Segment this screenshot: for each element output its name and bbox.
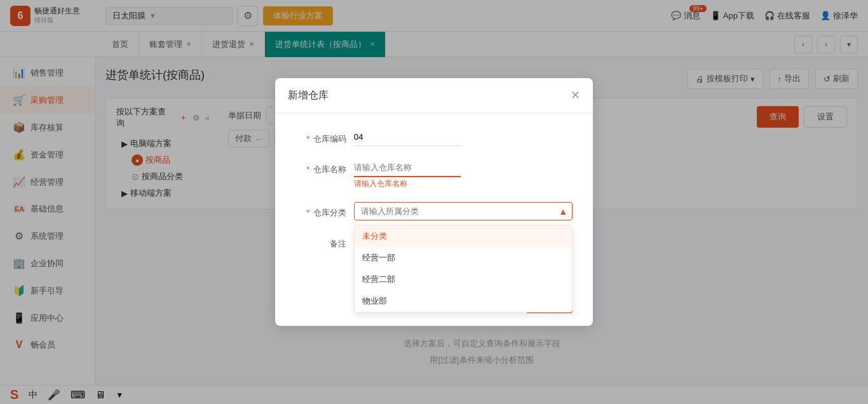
name-input-wrap: 请输入仓库名称	[354, 159, 573, 189]
dropdown-item-dept3[interactable]: 物业部	[355, 290, 572, 312]
modal-body: * 仓库编码 * 仓库名称 请输入仓库名称 * 仓库分类	[275, 113, 593, 284]
form-row-code: * 仓库编码	[295, 128, 573, 146]
required-star-classify: *	[306, 208, 309, 217]
code-label-text: 仓库编码	[313, 134, 346, 144]
classify-dropdown-list: 未分类 经营一部 经营二部 物业部	[354, 225, 573, 313]
required-star-name: *	[306, 165, 309, 174]
classify-label: * 仓库分类	[295, 202, 346, 219]
modal-title: 新增仓库	[288, 89, 329, 102]
dropdown-item-none[interactable]: 未分类	[355, 226, 572, 247]
modal-header: 新增仓库 ✕	[275, 78, 593, 113]
required-star-code: *	[306, 134, 309, 144]
name-label-text: 仓库名称	[313, 165, 346, 174]
form-row-name: * 仓库名称 请输入仓库名称	[295, 159, 573, 189]
code-input[interactable]	[354, 128, 461, 146]
classify-input-wrap: ▲ 未分类 经营一部 经营二部 物业部	[354, 202, 573, 220]
name-input[interactable]	[354, 159, 461, 177]
name-error-msg: 请输入仓库名称	[354, 178, 573, 189]
add-warehouse-modal: 新增仓库 ✕ * 仓库编码 * 仓库名称 请输入仓库名称	[275, 78, 593, 326]
form-row-classify: * 仓库分类 ▲ 未分类 经营一部 经营二部 物业部	[295, 202, 573, 220]
classify-input[interactable]	[354, 202, 573, 220]
classify-label-text: 仓库分类	[313, 208, 346, 217]
remark-label: 备注	[295, 233, 346, 250]
code-label: * 仓库编码	[295, 128, 346, 145]
dropdown-item-dept1[interactable]: 经营一部	[355, 247, 572, 269]
dropdown-item-dept2[interactable]: 经营二部	[355, 269, 572, 290]
code-input-wrap	[354, 128, 573, 146]
modal-close-button[interactable]: ✕	[571, 88, 580, 102]
name-label: * 仓库名称	[295, 159, 346, 175]
